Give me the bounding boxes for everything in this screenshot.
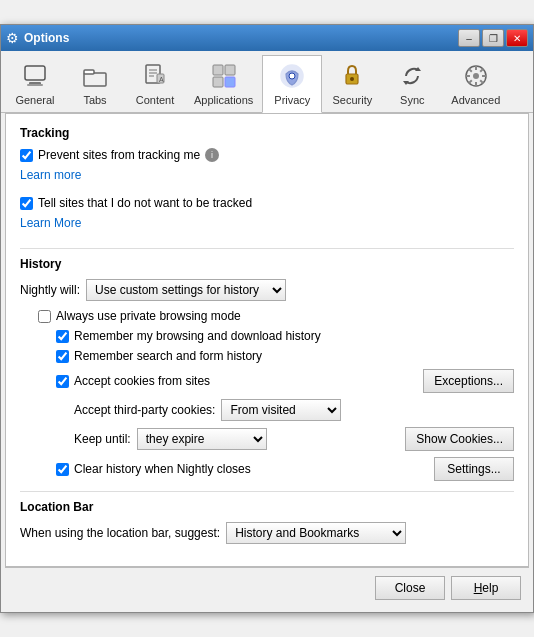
always-private-row: Always use private browsing mode [38,309,514,323]
tab-privacy-label: Privacy [274,94,310,106]
svg-rect-4 [84,73,106,86]
tab-content[interactable]: A Content [125,55,185,112]
general-icon [19,60,51,92]
location-bar-title: Location Bar [20,500,514,514]
remember-browsing-checkbox[interactable] [56,330,69,343]
privacy-icon [276,60,308,92]
history-dropdown[interactable]: Remember history Never remember history … [86,279,286,301]
always-private-checkbox[interactable] [38,310,51,323]
third-party-dropdown[interactable]: Always From visited Never [221,399,341,421]
svg-rect-12 [213,65,223,75]
tab-general-label: General [15,94,54,106]
svg-point-23 [473,73,479,79]
content-icon: A [139,60,171,92]
accept-cookies-label: Accept cookies from sites [74,374,210,388]
svg-line-31 [469,80,472,83]
window-icon: ⚙ [6,30,19,46]
close-window-button[interactable]: ✕ [506,29,528,47]
tab-sync-label: Sync [400,94,424,106]
prevent-tracking-label: Prevent sites from tracking me [38,148,200,162]
suggest-label: When using the location bar, suggest: [20,526,220,540]
restore-button[interactable]: ❐ [482,29,504,47]
tab-applications-label: Applications [194,94,253,106]
exceptions-button[interactable]: Exceptions... [423,369,514,393]
clear-history-label: Clear history when Nightly closes [74,462,251,476]
tell-sites-checkbox[interactable] [20,197,33,210]
svg-rect-2 [27,84,43,86]
tab-general[interactable]: General [5,55,65,112]
content-panel: Tracking Prevent sites from tracking me … [5,113,529,567]
tab-advanced-label: Advanced [451,94,500,106]
prevent-tracking-checkbox[interactable] [20,149,33,162]
accept-third-party-label: Accept third-party cookies: [74,403,215,417]
clear-history-row: Clear history when Nightly closes Settin… [56,457,514,481]
svg-line-30 [480,69,483,72]
footer: Close Help [5,567,529,608]
help-button[interactable]: Help [451,576,521,600]
svg-rect-14 [213,77,223,87]
title-bar-left: ⚙ Options [6,30,69,46]
suggest-dropdown[interactable]: History and Bookmarks History Bookmarks … [226,522,406,544]
svg-line-28 [469,69,472,72]
info-icon: i [205,148,219,162]
remember-search-label: Remember search and form history [74,349,262,363]
history-title: History [20,257,514,271]
divider-1 [20,248,514,249]
applications-icon [208,60,240,92]
svg-rect-5 [84,70,94,74]
svg-point-19 [350,77,354,81]
tracking-title: Tracking [20,126,514,140]
tab-tabs-label: Tabs [83,94,106,106]
tab-privacy[interactable]: Privacy [262,55,322,113]
tab-security[interactable]: Security [322,55,382,112]
tab-sync[interactable]: Sync [382,55,442,112]
nightly-will-row: Nightly will: Remember history Never rem… [20,279,514,301]
window-title: Options [24,31,69,45]
tell-sites-row: Tell sites that I do not want to be trac… [20,196,514,210]
learn-more-2-link[interactable]: Learn More [20,216,81,230]
location-bar-section: Location Bar When using the location bar… [20,500,514,544]
title-bar: ⚙ Options – ❐ ✕ [1,25,533,51]
settings-button[interactable]: Settings... [434,457,514,481]
remember-browsing-label: Remember my browsing and download histor… [74,329,321,343]
security-icon [336,60,368,92]
tab-applications[interactable]: Applications [185,55,262,112]
close-button[interactable]: Close [375,576,445,600]
svg-rect-15 [225,77,235,87]
svg-point-17 [289,73,295,79]
show-cookies-button[interactable]: Show Cookies... [405,427,514,451]
svg-line-29 [480,80,483,83]
title-buttons: – ❐ ✕ [458,29,528,47]
keep-until-dropdown[interactable]: they expire I close Firefox ask me every… [137,428,267,450]
always-private-label: Always use private browsing mode [56,309,241,323]
options-window: ⚙ Options – ❐ ✕ General [0,24,534,613]
advanced-icon [460,60,492,92]
tab-advanced[interactable]: Advanced [442,55,509,112]
toolbar: General Tabs A [1,51,533,113]
prevent-tracking-row: Prevent sites from tracking me i [20,148,514,162]
remember-search-checkbox[interactable] [56,350,69,363]
svg-rect-0 [25,66,45,80]
learn-more-1-link[interactable]: Learn more [20,168,81,182]
svg-text:A: A [159,76,164,83]
tab-tabs[interactable]: Tabs [65,55,125,112]
help-label-rest: elp [482,581,498,595]
tracking-section: Tracking Prevent sites from tracking me … [20,126,514,238]
svg-rect-13 [225,65,235,75]
clear-history-checkbox[interactable] [56,463,69,476]
sync-icon [396,60,428,92]
accept-cookies-checkbox[interactable] [56,375,69,388]
tabs-icon [79,60,111,92]
tab-security-label: Security [332,94,372,106]
history-section: History Nightly will: Remember history N… [20,257,514,481]
minimize-button[interactable]: – [458,29,480,47]
remember-search-row: Remember search and form history [56,349,514,363]
remember-browsing-row: Remember my browsing and download histor… [56,329,514,343]
suggest-row: When using the location bar, suggest: Hi… [20,522,514,544]
tell-sites-label: Tell sites that I do not want to be trac… [38,196,252,210]
accept-cookies-row: Accept cookies from sites Exceptions... [56,369,514,393]
keep-until-label: Keep until: [74,432,131,446]
nightly-will-label: Nightly will: [20,283,80,297]
tab-content-label: Content [136,94,175,106]
keep-until-row: Keep until: they expire I close Firefox … [20,427,514,451]
